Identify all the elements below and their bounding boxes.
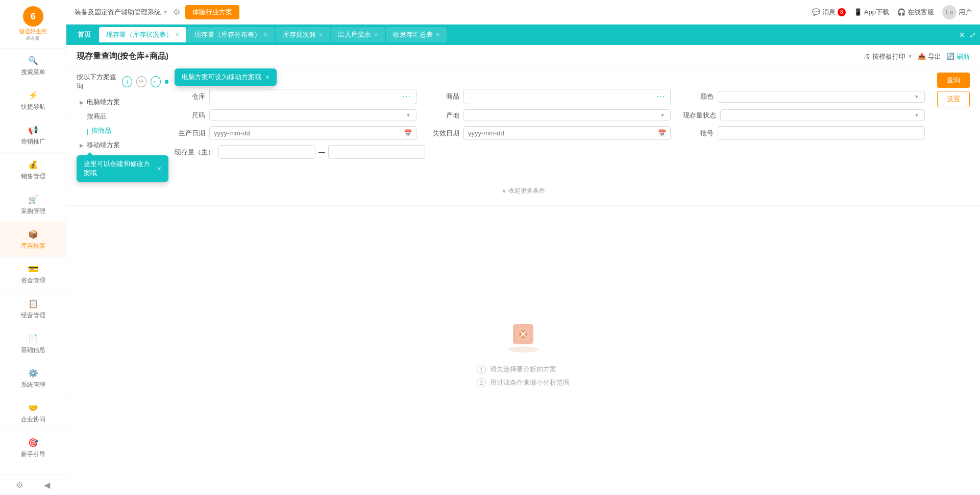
inventory-main-from-input[interactable] (218, 145, 315, 159)
tabs-actions: ✕ ⤢ (959, 30, 976, 40)
inventory-icon: 📦 (28, 228, 39, 240)
tab-in-out-flow[interactable]: 出入库流水 × (331, 27, 385, 42)
product-dots-btn[interactable]: ··· (657, 92, 665, 101)
chevron-down-icon: ▼ (163, 9, 168, 15)
action-buttons: 查询 设置 (937, 73, 970, 182)
tooltip-create-close[interactable]: × (157, 164, 161, 173)
sidebar-item-label: 基础信息 (21, 346, 45, 355)
svg-text:6: 6 (30, 11, 35, 21)
tip-num-1: 1 (477, 365, 486, 374)
sidebar-item-label: 资金管理 (21, 276, 45, 285)
filter-label: 按以下方案查询 (77, 73, 118, 91)
message-btn[interactable]: 💬 消息 8 (812, 8, 846, 17)
close-all-tabs-btn[interactable]: ✕ (959, 30, 965, 40)
settings-footer-btn[interactable]: ⚙ (16, 480, 23, 490)
online-support-btn[interactable]: 🎧 在线客服 (897, 8, 934, 17)
filter-area: 按以下方案查询 + ⟳ ← ▶ 电脑端方案 按 (66, 66, 980, 206)
sidebar-item-system[interactable]: ⚙️ 系统管理 (0, 361, 66, 396)
scheme-pc-node[interactable]: ▶ 电脑端方案 (77, 96, 168, 108)
tab-inventory-status[interactable]: 现存量（库存状况表） × (99, 27, 186, 42)
tooltip-pc-close[interactable]: × (265, 73, 270, 81)
size-arrow-icon: ▼ (406, 112, 411, 118)
tab-in-out-flow-close[interactable]: × (374, 31, 378, 38)
expire-date-from-input[interactable] (468, 129, 656, 137)
export-btn[interactable]: 📤 导出 (918, 52, 941, 61)
tab-home[interactable]: 首页 (70, 27, 98, 42)
scheme-child-1[interactable]: 按商品 (77, 110, 168, 123)
tab-inventory-status-close[interactable]: × (176, 31, 179, 38)
message-label: 消息 (822, 8, 836, 17)
warehouse-dots-btn[interactable]: ··· (403, 92, 411, 101)
inventory-main-label: 现存量（主） (175, 148, 214, 157)
app-header: 装备及固定资产辅助管理系统 ▼ ⚙ 体验行业方案 💬 消息 8 📱 App下载 … (66, 0, 980, 25)
tab-in-out-flow-label: 出入库流水 (338, 30, 371, 39)
tab-inventory-distribution[interactable]: 现存量（库存分布表） × (187, 27, 275, 42)
filter-add-btn[interactable]: + (122, 76, 132, 87)
fullscreen-btn[interactable]: ⤢ (969, 30, 976, 40)
main-area: 装备及固定资产辅助管理系统 ▼ ⚙ 体验行业方案 💬 消息 8 📱 App下载 … (66, 0, 980, 495)
scheme-child-2[interactable]: | 按商品 (77, 125, 168, 137)
settings-gear-icon[interactable]: ⚙ (173, 7, 180, 17)
tip-2-text: 用过滤条件来缩小分析范围 (490, 378, 570, 387)
scheme-arrow-icon: ▶ (80, 100, 84, 105)
tab-collect-summary-close[interactable]: × (436, 31, 439, 38)
setting-btn[interactable]: 设置 (937, 91, 970, 107)
tab-home-label: 首页 (78, 30, 91, 39)
user-btn[interactable]: Ea 用户 (942, 5, 972, 19)
sidebar-item-operations[interactable]: 📋 经营管理 (0, 292, 66, 326)
tab-collect-summary[interactable]: 收发存汇总表 × (386, 27, 447, 42)
batch-input[interactable] (718, 126, 925, 140)
filter-warehouse: 仓库 ··· (175, 89, 416, 104)
sidebar-item-sales[interactable]: 💰 销售管理 (0, 153, 66, 187)
operations-icon: 📋 (28, 298, 39, 309)
tooltip-create-scheme: 这里可以创建和修改方案哦 × (77, 155, 168, 182)
inventory-status-arrow-icon: ▼ (914, 112, 919, 118)
produce-date-from-input[interactable] (214, 129, 402, 137)
refresh-label: 刷新 (957, 52, 970, 61)
scheme-child-indicator: | (87, 127, 88, 135)
industry-btn[interactable]: 体验行业方案 (185, 5, 239, 19)
sidebar-item-inventory[interactable]: 📦 库存核算 (0, 222, 66, 257)
filter-active-dot (165, 80, 168, 84)
main-content: 现存量查询(按仓库+商品) 🖨 按模板打印 ▼ 📤 导出 🔄 刷新 (66, 45, 980, 495)
sidebar-item-basic[interactable]: 📄 基础信息 (0, 326, 66, 361)
collapse-sidebar-btn[interactable]: ◀ (44, 480, 50, 490)
sidebar: 6 畅通好生意 标准版 🔍 搜索菜单 ⚡ 快捷导航 📢 营销推广 💰 销售管理 (0, 0, 66, 495)
collapse-more-btn[interactable]: ∧ 收起更多条件 (502, 186, 545, 195)
app-download-label: App下载 (864, 8, 889, 17)
marketing-icon: 📢 (28, 124, 39, 135)
filter-copy-btn[interactable]: ⟳ (136, 76, 146, 87)
scheme-mobile-node[interactable]: ▶ 移动端方案 (77, 139, 168, 151)
filter-inventory-main: 现存量（主） — (175, 145, 425, 159)
tooltip-create-text: 这里可以创建和修改方案哦 (84, 159, 153, 178)
sidebar-item-guide[interactable]: 🎯 新手引导 (0, 431, 66, 465)
sidebar-item-enterprise[interactable]: 🤝 企业协同 (0, 396, 66, 431)
query-btn[interactable]: 查询 (937, 73, 970, 88)
sidebar-item-label: 销售管理 (21, 172, 45, 181)
avatar: Ea (942, 5, 957, 19)
tab-collect-summary-label: 收发存汇总表 (393, 30, 433, 39)
sidebar-item-marketing[interactable]: 📢 营销推广 (0, 118, 66, 153)
tab-batch-ledger[interactable]: 库存批次账 × (276, 27, 330, 42)
app-download-btn[interactable]: 📱 App下载 (854, 8, 889, 17)
tab-inventory-distribution-close[interactable]: × (264, 31, 267, 38)
inventory-main-to-input[interactable] (328, 145, 425, 159)
refresh-btn[interactable]: 🔄 刷新 (946, 52, 970, 61)
sidebar-item-finance[interactable]: 💳 资金管理 (0, 257, 66, 292)
tab-batch-ledger-close[interactable]: × (319, 31, 323, 38)
sidebar-item-label: 库存核算 (21, 242, 45, 250)
sidebar-item-purchase[interactable]: 🛒 采购管理 (0, 187, 66, 222)
export-label: 导出 (928, 52, 941, 61)
print-template-btn[interactable]: 🖨 按模板打印 ▼ (864, 52, 913, 61)
tab-inventory-distribution-label: 现存量（库存分布表） (194, 30, 261, 39)
system-name-dropdown[interactable]: 装备及固定资产辅助管理系统 ▼ (75, 8, 168, 17)
origin-label: 产地 (429, 111, 459, 120)
brand-badge: 标准版 (26, 35, 40, 42)
batch-label: 批号 (683, 129, 714, 138)
filter-back-btn[interactable]: ← (151, 76, 161, 87)
header-right: 💬 消息 8 📱 App下载 🎧 在线客服 Ea 用户 (812, 5, 972, 19)
sidebar-item-search[interactable]: 🔍 搜索菜单 (0, 49, 66, 83)
sidebar-item-quick-nav[interactable]: ⚡ 快捷导航 (0, 83, 66, 118)
tooltip-pc-scheme: 电脑方案可设为移动方案哦 × (175, 68, 277, 86)
print-template-label: 按模板打印 (872, 52, 905, 61)
